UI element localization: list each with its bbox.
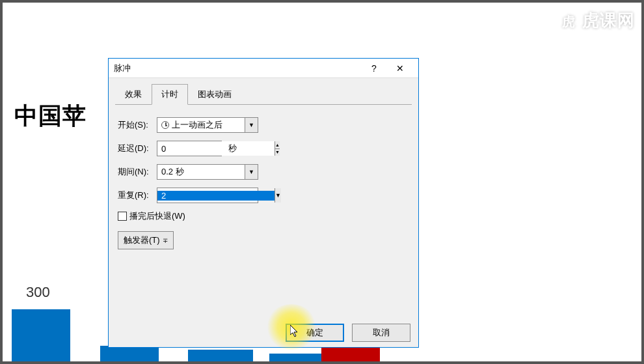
rewind-label: 播完后快退(W) (129, 210, 185, 222)
chart-bar (269, 354, 328, 361)
cancel-button[interactable]: 取消 (352, 324, 410, 342)
watermark-text: 虎课网 (582, 10, 635, 30)
start-label: 开始(S): (118, 119, 157, 131)
start-combobox[interactable]: 上一动画之后 ▼ (157, 117, 258, 133)
duration-label: 期间(N): (118, 166, 157, 178)
slide-title: 中国苹 (14, 100, 87, 132)
duration-value: 0.2 秒 (157, 166, 245, 178)
tab-effect[interactable]: 效果 (115, 84, 152, 105)
delay-input[interactable] (157, 141, 275, 156)
clock-icon (161, 121, 169, 129)
dialog-titlebar[interactable]: 脉冲 ? ✕ (109, 59, 418, 78)
tab-timing[interactable]: 计时 (152, 84, 188, 105)
repeat-label: 重复(R): (118, 189, 157, 201)
chart-bar (321, 347, 380, 361)
chart-bar (188, 350, 253, 361)
dialog-title: 脉冲 (114, 63, 361, 74)
expand-icon: ∓ (163, 237, 168, 244)
close-button[interactable]: ✕ (387, 59, 413, 77)
dialog-body: 效果 计时 图表动画 开始(S): 上一动画之后 ▼ 延迟(D): (109, 78, 418, 255)
chart-bar (100, 346, 159, 361)
delay-label: 延迟(D): (118, 143, 157, 154)
rewind-checkbox[interactable] (118, 212, 127, 221)
tab-content-timing: 开始(S): 上一动画之后 ▼ 延迟(D): ▲ ▼ (115, 105, 412, 249)
dropdown-arrow-icon[interactable]: ▼ (245, 118, 258, 132)
ok-button[interactable]: 确定 (286, 324, 344, 342)
chart-value-label: 300 (26, 284, 50, 301)
dropdown-arrow-icon[interactable]: ▼ (245, 165, 258, 179)
trigger-button[interactable]: 触发器(T) ∓ (118, 231, 174, 249)
help-button[interactable]: ? (361, 59, 387, 77)
duration-combobox[interactable]: 0.2 秒 ▼ (157, 164, 258, 180)
delay-spinner[interactable]: ▲ ▼ (157, 141, 222, 156)
tab-chart-animation[interactable]: 图表动画 (188, 84, 241, 105)
start-value: 上一动画之后 (157, 119, 245, 131)
repeat-combobox[interactable]: ▼ (157, 188, 258, 203)
dialog-footer: 确定 取消 (286, 324, 410, 342)
repeat-input[interactable] (157, 191, 275, 201)
animation-dialog: 脉冲 ? ✕ 效果 计时 图表动画 开始(S): 上一动画之后 ▼ (108, 58, 419, 348)
spinner-up-icon[interactable]: ▲ (275, 141, 280, 149)
watermark-icon: 虎 (557, 12, 581, 32)
watermark: 虎虎课网 (557, 9, 635, 32)
trigger-label: 触发器(T) (124, 234, 160, 246)
spinner-down-icon[interactable]: ▼ (275, 149, 280, 156)
chart-bar (12, 309, 70, 361)
delay-unit: 秒 (228, 143, 237, 154)
dropdown-arrow-icon[interactable]: ▼ (275, 188, 281, 203)
tab-strip: 效果 计时 图表动画 (115, 83, 412, 105)
